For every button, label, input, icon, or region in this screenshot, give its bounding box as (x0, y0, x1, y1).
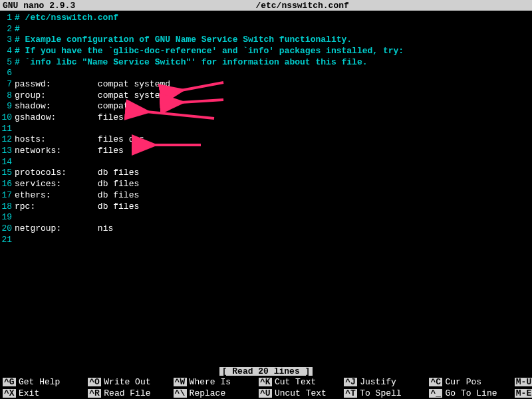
shortcut-label: Replace (190, 389, 226, 398)
shortcut-key: ^R (88, 389, 101, 398)
line-content: # `info libc "Name Service Switch"' for … (15, 58, 532, 66)
line-content: # /etc/nsswitch.conf (15, 13, 532, 22)
line-content: group: compat systemd (15, 91, 532, 100)
shortcut-label: Exit (19, 389, 39, 398)
shortcut-item[interactable]: ^CCur Pos (429, 378, 514, 386)
shortcut-key: M-U (515, 378, 532, 386)
shortcut-item[interactable]: ^\Replace (174, 389, 259, 398)
editor-line[interactable]: 11 (0, 123, 532, 134)
line-content: netgroup: nis (15, 224, 532, 233)
editor-line[interactable]: 19 (0, 211, 532, 223)
editor-line[interactable]: 13networks: files (0, 145, 532, 156)
shortcut-item[interactable]: ^WWhere Is (174, 378, 259, 386)
shortcut-item[interactable]: M-ERedo (515, 389, 532, 398)
shortcut-label: Where Is (190, 378, 231, 386)
line-content: ethers: db files (15, 191, 532, 200)
status-bar: [ Read 20 lines ] (0, 366, 532, 376)
shortcut-item[interactable]: ^RRead File (88, 389, 173, 398)
app-version: GNU nano 2.9.3 (3, 1, 75, 10)
editor-line[interactable]: 10gshadow: files (0, 112, 532, 123)
line-content: hosts: files dns (15, 135, 532, 144)
line-content: # Example configuration of GNU Name Serv… (15, 35, 532, 44)
editor-line[interactable]: 5# `info libc "Name Service Switch"' for… (0, 57, 532, 68)
shortcut-label: To Spell (360, 389, 401, 398)
line-number: 3 (0, 35, 15, 44)
shortcut-label: Write Out (104, 378, 150, 386)
line-number: 5 (0, 58, 15, 66)
line-content: # (15, 25, 532, 33)
editor-line[interactable]: 3# Example configuration of GNU Name Ser… (0, 34, 532, 45)
shortcut-label: Uncut Text (275, 389, 327, 398)
line-content: protocols: db files (15, 168, 532, 177)
shortcut-key: ^T (344, 389, 357, 398)
line-number: 14 (0, 158, 15, 166)
line-number: 13 (0, 146, 15, 155)
line-content: rpc: db files (15, 202, 532, 211)
line-number: 12 (0, 135, 15, 144)
shortcut-key: ^K (259, 378, 272, 386)
shortcut-bar: ^GGet Help^OWrite Out^WWhere Is^KCut Tex… (0, 376, 532, 399)
line-number: 19 (0, 213, 15, 221)
editor-line[interactable]: 1# /etc/nsswitch.conf (0, 12, 532, 23)
line-number: 4 (0, 47, 15, 55)
shortcut-key: ^W (174, 378, 187, 386)
line-number: 18 (0, 202, 15, 211)
shortcut-item[interactable]: ^OWrite Out (88, 378, 173, 386)
editor-line[interactable]: 20netgroup: nis (0, 223, 532, 234)
editor-line[interactable]: 2# (0, 23, 532, 35)
line-number: 21 (0, 235, 15, 244)
line-content: passwd: compat systemd (15, 80, 532, 88)
shortcut-item[interactable]: ^KCut Text (259, 378, 344, 386)
editor-line[interactable]: 17ethers: db files (0, 190, 532, 201)
editor-line[interactable]: 12hosts: files dns (0, 134, 532, 146)
shortcut-label: Cur Pos (445, 378, 481, 386)
editor-line[interactable]: 7passwd: compat systemd (0, 78, 532, 90)
editor-line[interactable]: 8group: compat systemd (0, 90, 532, 101)
line-content: services: db files (15, 180, 532, 188)
line-number: 15 (0, 168, 15, 177)
shortcut-key: ^X (3, 389, 16, 398)
line-number: 11 (0, 124, 15, 133)
line-number: 16 (0, 180, 15, 188)
editor-line[interactable]: 16services: db files (0, 178, 532, 190)
shortcut-label: Cut Text (275, 378, 316, 386)
shortcut-key: ^O (88, 378, 101, 386)
line-number: 8 (0, 91, 15, 100)
shortcut-key: ^_ (429, 389, 442, 398)
shortcut-key: ^C (429, 378, 442, 386)
shortcut-item[interactable]: M-UUndo (515, 378, 532, 386)
line-content: networks: files (15, 146, 532, 155)
editor-line[interactable]: 18rpc: db files (0, 201, 532, 212)
shortcut-label: Justify (360, 378, 396, 386)
editor-line[interactable]: 15protocols: db files (0, 168, 532, 179)
shortcut-label: Get Help (19, 378, 60, 386)
shortcut-label: Go To Line (445, 389, 497, 398)
shortcut-label: Read File (104, 389, 150, 398)
editor-area[interactable]: 1# /etc/nsswitch.conf2#3# Example config… (0, 11, 532, 375)
shortcut-key: ^J (344, 378, 357, 386)
shortcut-key: ^\ (174, 389, 187, 398)
shortcut-key: M-E (515, 389, 532, 398)
line-content: gshadow: files (15, 113, 532, 122)
file-name: /etc/nsswitch.conf (75, 1, 529, 10)
line-number: 7 (0, 80, 15, 88)
line-number: 10 (0, 113, 15, 122)
status-message: [ Read 20 lines ] (219, 367, 313, 376)
title-bar: GNU nano 2.9.3 /etc/nsswitch.conf (0, 0, 532, 11)
shortcut-item[interactable]: ^JJustify (344, 378, 429, 386)
shortcut-key: ^G (3, 378, 16, 386)
editor-line[interactable]: 21 (0, 234, 532, 245)
shortcut-item[interactable]: ^UUncut Text (259, 389, 344, 398)
editor-line[interactable]: 9shadow: compat (0, 101, 532, 112)
editor-line[interactable]: 6 (0, 67, 532, 78)
line-number: 20 (0, 224, 15, 233)
line-number: 1 (0, 13, 15, 22)
shortcut-item[interactable]: ^GGet Help (3, 378, 88, 386)
editor-line[interactable]: 14 (0, 156, 532, 168)
line-content: # If you have the `glibc-doc-reference' … (15, 47, 532, 55)
shortcut-item[interactable]: ^_Go To Line (429, 389, 514, 398)
shortcut-item[interactable]: ^XExit (3, 389, 88, 398)
editor-line[interactable]: 4# If you have the `glibc-doc-reference'… (0, 45, 532, 57)
shortcut-item[interactable]: ^TTo Spell (344, 389, 429, 398)
line-number: 17 (0, 191, 15, 200)
